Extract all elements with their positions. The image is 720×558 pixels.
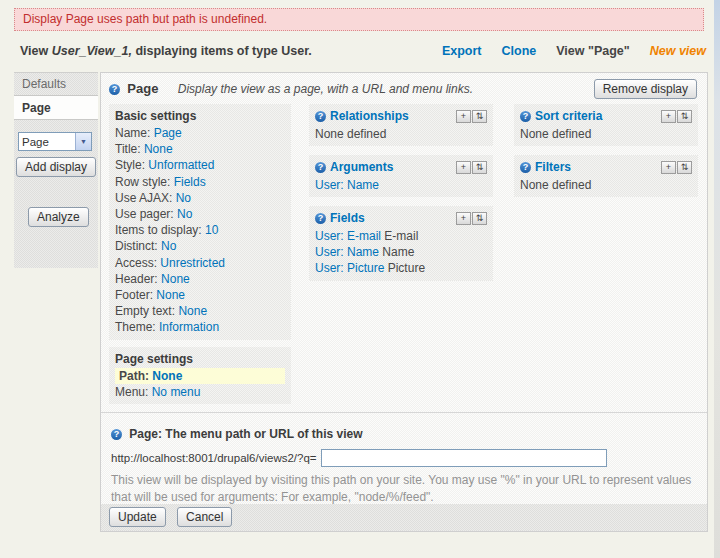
field-link[interactable]: User: Name xyxy=(315,245,379,259)
filters-title-link[interactable]: Filters xyxy=(535,159,661,175)
setting-label: Items to display: xyxy=(115,223,202,237)
path-input[interactable] xyxy=(321,449,607,467)
setting-value-link[interactable]: None xyxy=(178,304,207,318)
update-button[interactable]: Update xyxy=(109,507,166,527)
arguments-header: ? Arguments + ⇅ xyxy=(315,159,487,175)
field-link[interactable]: User: E-mail xyxy=(315,229,381,243)
sort-criteria-title-link[interactable]: Sort criteria xyxy=(535,108,661,124)
sort-criteria-panel: ? Sort criteria + ⇅ None defined xyxy=(514,104,698,146)
relationships-title-link[interactable]: Relationships xyxy=(330,108,456,124)
setting-value-link[interactable]: No xyxy=(177,207,192,221)
export-link[interactable]: Export xyxy=(442,44,482,58)
path-setting-row: Path: None xyxy=(115,368,285,384)
display-title: Page xyxy=(127,81,158,96)
fields-panel: ? Fields + ⇅ User: E-mail E-mail User: N… xyxy=(309,206,493,281)
setting-row: Theme: Information xyxy=(115,319,285,335)
add-icon[interactable]: + xyxy=(456,212,471,225)
setting-row: Empty text: None xyxy=(115,303,285,319)
setting-value-link[interactable]: Information xyxy=(159,320,219,334)
help-icon[interactable]: ? xyxy=(315,111,326,122)
scrollbar[interactable] xyxy=(714,0,720,558)
clone-link[interactable]: Clone xyxy=(502,44,537,58)
cancel-button[interactable]: Cancel xyxy=(177,507,232,527)
rearrange-icon[interactable]: ⇅ xyxy=(472,110,487,123)
view-title-suffix: displaying items of type User. xyxy=(135,44,311,58)
url-row: http://localhost:8001/drupal6/views2/?q= xyxy=(111,449,607,467)
sidebar-tab-page[interactable]: Page xyxy=(14,96,98,120)
setting-label: Footer: xyxy=(115,288,153,302)
setting-value-link[interactable]: None xyxy=(156,288,185,302)
setting-value-link[interactable]: Unformatted xyxy=(148,158,214,172)
empty-text: None defined xyxy=(520,177,692,193)
menu-value-link[interactable]: No menu xyxy=(152,385,201,399)
rearrange-icon[interactable]: ⇅ xyxy=(472,212,487,225)
setting-row: Access: Unrestricted xyxy=(115,255,285,271)
path-value-link[interactable]: None xyxy=(152,369,182,383)
setting-row: Footer: None xyxy=(115,287,285,303)
help-icon[interactable]: ? xyxy=(315,213,326,224)
panel-actions: + ⇅ xyxy=(661,161,692,174)
divider xyxy=(101,412,707,413)
setting-row: Use AJAX: No xyxy=(115,190,285,206)
path-label: Path: xyxy=(119,369,149,383)
setting-label: Header: xyxy=(115,272,158,286)
add-display-button[interactable]: Add display xyxy=(16,157,96,177)
setting-label: Use pager: xyxy=(115,207,174,221)
form-buttons-bar: Update Cancel xyxy=(101,504,707,531)
header-links: Export Clone View "Page" New view xyxy=(442,44,706,58)
setting-label: Access: xyxy=(115,256,157,270)
menu-setting-row: Menu: No menu xyxy=(115,384,285,400)
setting-value-link[interactable]: None xyxy=(161,272,190,286)
basic-settings-title: Basic settings xyxy=(115,108,285,125)
setting-value-link[interactable]: 10 xyxy=(205,223,218,237)
setting-row: Title: None xyxy=(115,141,285,157)
setting-row: Use pager: No xyxy=(115,206,285,222)
view-page-link[interactable]: View "Page" xyxy=(556,44,629,58)
setting-value-link[interactable]: Page xyxy=(154,126,182,140)
help-icon[interactable]: ? xyxy=(109,84,120,95)
add-icon[interactable]: + xyxy=(456,110,471,123)
relationships-panel: ? Relationships + ⇅ None defined xyxy=(309,104,493,146)
setting-value-link[interactable]: No xyxy=(161,239,176,253)
display-type-select[interactable]: Page ▼ xyxy=(18,132,92,151)
setting-label: Name: xyxy=(115,126,150,140)
display-header: ? Page Display the view as a page, with … xyxy=(109,81,699,103)
setting-label: Use AJAX: xyxy=(115,191,172,205)
arguments-title-link[interactable]: Arguments xyxy=(330,159,456,175)
relationships-header: ? Relationships + ⇅ xyxy=(315,108,487,124)
setting-label: Empty text: xyxy=(115,304,175,318)
panel-actions: + ⇅ xyxy=(456,110,487,123)
help-icon[interactable]: ? xyxy=(315,162,326,173)
help-icon[interactable]: ? xyxy=(520,111,531,122)
add-icon[interactable]: + xyxy=(661,161,676,174)
setting-label: Title: xyxy=(115,142,141,156)
setting-value-link[interactable]: None xyxy=(144,142,173,156)
add-icon[interactable]: + xyxy=(456,161,471,174)
setting-value-link[interactable]: No xyxy=(176,191,191,205)
analyze-button[interactable]: Analyze xyxy=(28,207,89,227)
help-icon[interactable]: ? xyxy=(520,162,531,173)
rearrange-icon[interactable]: ⇅ xyxy=(677,161,692,174)
rearrange-icon[interactable]: ⇅ xyxy=(472,161,487,174)
setting-label: Style: xyxy=(115,158,145,172)
sidebar-tab-defaults[interactable]: Defaults xyxy=(14,73,98,96)
display-description: Display the view as a page, with a URL a… xyxy=(178,82,473,96)
new-view-link[interactable]: New view xyxy=(650,44,706,58)
setting-label: Distinct: xyxy=(115,239,158,253)
remove-display-button[interactable]: Remove display xyxy=(594,79,697,99)
add-icon[interactable]: + xyxy=(661,110,676,123)
arguments-panel: ? Arguments + ⇅ User: Name xyxy=(309,155,493,197)
field-link[interactable]: User: Picture xyxy=(315,261,384,275)
setting-value-link[interactable]: Unrestricted xyxy=(160,256,225,270)
setting-value-link[interactable]: Fields xyxy=(174,175,206,189)
page-header: View User_View_1, displaying items of ty… xyxy=(20,44,706,58)
fields-title-link[interactable]: Fields xyxy=(330,210,456,226)
url-prefix: http://localhost:8001/drupal6/views2/?q= xyxy=(111,452,317,464)
chevron-down-icon: ▼ xyxy=(75,133,91,150)
display-type-select-value: Page xyxy=(19,136,75,148)
rearrange-icon[interactable]: ⇅ xyxy=(677,110,692,123)
field-item: User: Name Name xyxy=(315,244,487,260)
panel-actions: + ⇅ xyxy=(456,212,487,225)
help-icon[interactable]: ? xyxy=(111,429,122,440)
argument-link[interactable]: User: Name xyxy=(315,178,379,192)
